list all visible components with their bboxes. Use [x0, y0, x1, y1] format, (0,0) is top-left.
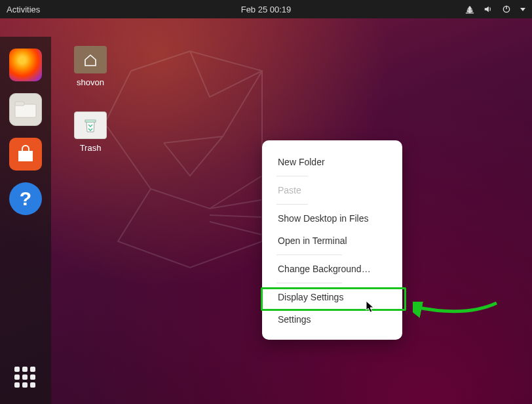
network-icon — [465, 5, 474, 14]
dock-software[interactable] — [9, 138, 42, 171]
top-bar: Activities Feb 25 00:19 — [0, 0, 532, 18]
menu-display-settings[interactable]: Display Settings — [262, 286, 402, 308]
svg-rect-1 — [467, 10, 469, 12]
menu-separator — [276, 283, 342, 283]
menu-new-folder[interactable]: New Folder — [262, 151, 402, 173]
svg-rect-0 — [466, 12, 474, 13]
dock: ? — [0, 37, 51, 404]
svg-rect-10 — [15, 102, 24, 106]
desktop[interactable]: ? shovon Trash New Folder Paste Show Des… — [0, 18, 532, 404]
volume-icon — [484, 5, 493, 14]
power-icon — [502, 5, 511, 14]
status-area[interactable] — [465, 5, 525, 14]
folder-icon — [14, 100, 37, 119]
desktop-icon-trash[interactable]: Trash — [64, 111, 117, 153]
desktop-icon-home-label: shovon — [77, 77, 104, 87]
dock-files[interactable] — [9, 93, 42, 126]
chevron-down-icon — [520, 8, 525, 11]
svg-rect-9 — [15, 104, 36, 117]
home-folder-icon — [74, 46, 107, 73]
show-applications-button[interactable] — [14, 367, 35, 388]
bag-icon — [16, 144, 35, 164]
dock-help[interactable]: ? — [9, 182, 42, 215]
menu-separator — [276, 254, 342, 255]
svg-rect-5 — [506, 6, 506, 9]
menu-settings[interactable]: Settings — [262, 308, 402, 331]
desktop-icon-home[interactable]: shovon — [64, 46, 117, 87]
clock[interactable]: Feb 25 00:19 — [241, 5, 292, 14]
dock-firefox[interactable] — [9, 49, 42, 81]
menu-separator — [276, 204, 308, 205]
menu-change-background[interactable]: Change Background… — [262, 258, 402, 280]
svg-rect-11 — [85, 120, 96, 122]
menu-paste: Paste — [262, 179, 402, 201]
menu-show-desktop-in-files[interactable]: Show Desktop in Files — [262, 207, 402, 230]
annotation-arrow — [413, 302, 498, 321]
desktop-context-menu: New Folder Paste Show Desktop in Files O… — [262, 140, 402, 340]
trash-icon — [74, 111, 107, 139]
svg-rect-2 — [471, 10, 473, 12]
desktop-icon-trash-label: Trash — [80, 143, 102, 153]
menu-open-in-terminal[interactable]: Open in Terminal — [262, 230, 402, 252]
activities-button[interactable]: Activities — [7, 5, 40, 14]
wallpaper-dots — [92, 150, 269, 151]
svg-rect-3 — [469, 7, 471, 9]
menu-separator — [276, 176, 308, 176]
